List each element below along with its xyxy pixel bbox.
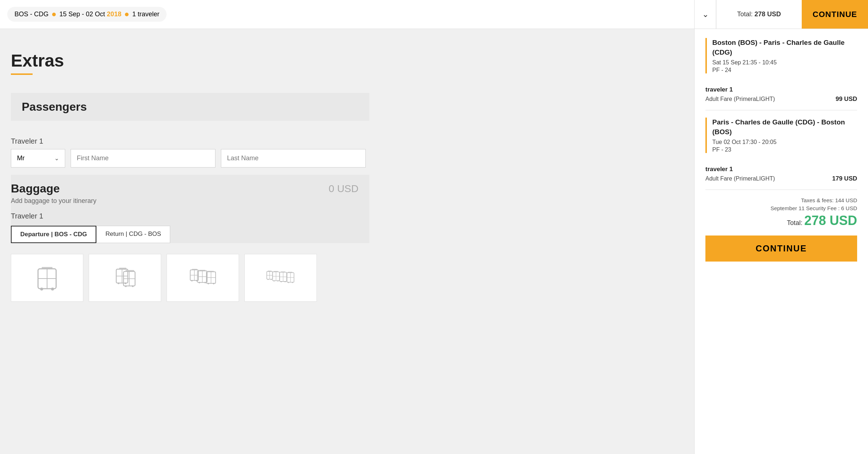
flight-2-traveler: traveler 1 bbox=[705, 166, 857, 173]
svg-point-22 bbox=[191, 280, 193, 281]
flight-2-fare-row: Adult Fare (PrimeraLIGHT) 179 USD bbox=[705, 175, 857, 182]
svg-point-47 bbox=[277, 280, 278, 281]
luggage-icon-0 bbox=[33, 262, 62, 294]
trip-info: BOS - CDG 15 Sep - 02 Oct 2018 1 travele… bbox=[7, 7, 167, 22]
svg-point-53 bbox=[285, 281, 286, 282]
luggage-icon-2 bbox=[188, 262, 217, 294]
panel-continue-top-button[interactable]: CONTINUE bbox=[802, 0, 868, 29]
baggage-option-0[interactable] bbox=[11, 254, 83, 302]
baggage-traveler-label: Traveler 1 bbox=[11, 212, 358, 220]
extras-title: Extras bbox=[11, 51, 358, 71]
main-content: Extras Passengers Traveler 1 Mr ⌄ Baggag… bbox=[0, 29, 380, 316]
flight-2-time: Tue 02 Oct 17:30 - 20:05 bbox=[712, 139, 857, 145]
flight-1-fare-type: Adult Fare (PrimeraLIGHT) bbox=[705, 96, 775, 102]
trip-travelers: 1 traveler bbox=[132, 10, 159, 18]
flight-2-code: PF - 23 bbox=[712, 147, 857, 153]
flight-2-fare: traveler 1 Adult Fare (PrimeraLIGHT) 179… bbox=[705, 160, 857, 182]
chevron-down-icon: ⌄ bbox=[54, 155, 59, 162]
baggage-option-3[interactable] bbox=[244, 254, 317, 302]
luggage-icon-3 bbox=[266, 262, 295, 294]
svg-point-10 bbox=[118, 283, 119, 284]
passengers-section: Passengers bbox=[11, 93, 369, 121]
flight-1-fare-row: Adult Fare (PrimeraLIGHT) 99 USD bbox=[705, 96, 857, 103]
svg-point-59 bbox=[292, 282, 293, 283]
svg-point-46 bbox=[273, 280, 274, 281]
extras-underline bbox=[11, 73, 33, 75]
flight-1-route: Boston (BOS) - Paris - Charles de Gaulle… bbox=[712, 38, 857, 57]
baggage-subtitle: Add baggage to your itinerary bbox=[11, 197, 358, 205]
baggage-price: 0 USD bbox=[329, 183, 358, 195]
baggage-option-1[interactable] bbox=[89, 254, 161, 302]
passenger-fields: Mr ⌄ bbox=[11, 149, 369, 167]
traveler-1-label: Traveler 1 bbox=[11, 137, 369, 145]
panel-chevron-button[interactable]: ⌄ bbox=[695, 0, 716, 29]
baggage-bg: Baggage 0 USD Add baggage to your itiner… bbox=[11, 175, 369, 243]
svg-point-58 bbox=[288, 282, 289, 283]
passengers-title: Passengers bbox=[22, 100, 358, 114]
svg-point-34 bbox=[207, 283, 209, 284]
flight-block-1: Boston (BOS) - Paris - Charles de Gaulle… bbox=[705, 38, 857, 73]
extras-section: Extras bbox=[11, 40, 369, 93]
title-dropdown[interactable]: Mr ⌄ bbox=[11, 149, 65, 167]
svg-point-4 bbox=[40, 288, 43, 290]
panel-continue-bottom-button[interactable]: CONTINUE bbox=[705, 236, 857, 262]
panel-total-label: Total: 278 USD bbox=[716, 10, 802, 18]
dot-separator-1 bbox=[52, 13, 56, 16]
trip-route: BOS - CDG bbox=[14, 10, 49, 18]
flight-block-2: Paris - Charles de Gaulle (CDG) - Boston… bbox=[705, 118, 857, 153]
baggage-tabs: Departure | BOS - CDG Return | CDG - BOS bbox=[11, 226, 358, 243]
flight-1-code: PF - 24 bbox=[712, 67, 857, 73]
flight-1-time: Sat 15 Sep 21:35 - 10:45 bbox=[712, 59, 857, 66]
flight-1-traveler: traveler 1 bbox=[705, 86, 857, 93]
flight-2-route: Paris - Charles de Gaulle (CDG) - Boston… bbox=[712, 118, 857, 137]
svg-point-41 bbox=[271, 279, 272, 280]
panel-header: ⌄ Total: 278 USD CONTINUE bbox=[695, 0, 868, 29]
svg-point-5 bbox=[51, 288, 54, 290]
dot-separator-2 bbox=[125, 13, 129, 16]
panel-body: Boston (BOS) - Paris - Charles de Gaulle… bbox=[695, 29, 868, 271]
svg-point-40 bbox=[268, 279, 269, 280]
svg-point-52 bbox=[281, 281, 282, 282]
baggage-header: Baggage 0 USD bbox=[11, 182, 358, 195]
baggage-items-row bbox=[11, 250, 369, 305]
tab-departure[interactable]: Departure | BOS - CDG bbox=[11, 226, 96, 243]
svg-point-29 bbox=[205, 282, 206, 283]
flight-2-fare-price: 179 USD bbox=[832, 175, 857, 182]
luggage-icon-1 bbox=[110, 262, 139, 294]
security-fee: September 11 Security Fee : 6 USD bbox=[705, 205, 857, 211]
taxes-fees: Taxes & fees: 144 USD bbox=[705, 197, 857, 203]
total-big-amount: 278 USD bbox=[804, 213, 857, 228]
tab-return[interactable]: Return | CDG - BOS bbox=[96, 226, 170, 243]
divider-2 bbox=[705, 190, 857, 190]
divider-1 bbox=[705, 110, 857, 110]
first-name-input[interactable] bbox=[71, 149, 215, 167]
flight-1-fare: traveler 1 Adult Fare (PrimeraLIGHT) 99 … bbox=[705, 81, 857, 103]
total-row: Total: 278 USD bbox=[705, 213, 857, 228]
last-name-input[interactable] bbox=[221, 149, 366, 167]
svg-point-28 bbox=[199, 282, 200, 283]
svg-point-35 bbox=[213, 283, 214, 284]
passenger-form: Traveler 1 Mr ⌄ bbox=[11, 128, 369, 175]
baggage-title: Baggage bbox=[11, 182, 60, 195]
trip-dates: 15 Sep - 02 Oct 2018 bbox=[59, 10, 121, 18]
sidebar-panel: ⌄ Total: 278 USD CONTINUE Boston (BOS) -… bbox=[694, 0, 868, 454]
svg-point-17 bbox=[132, 285, 134, 287]
flight-2-fare-type: Adult Fare (PrimeraLIGHT) bbox=[705, 175, 775, 182]
flight-1-fare-price: 99 USD bbox=[835, 96, 857, 103]
svg-point-11 bbox=[125, 283, 126, 284]
baggage-option-2[interactable] bbox=[167, 254, 239, 302]
svg-point-16 bbox=[125, 285, 127, 287]
